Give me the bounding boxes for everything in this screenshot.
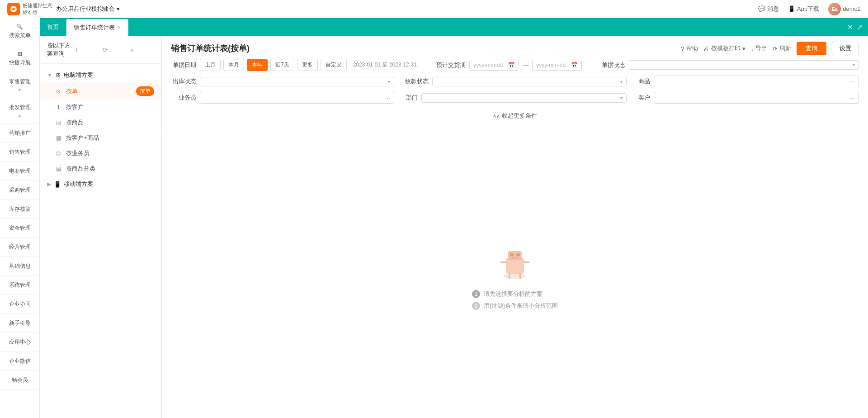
sidebar-item-system-mgmt[interactable]: 系统管理 xyxy=(0,276,39,295)
filter-row-3: 业务员 ··· 部门 ▾ xyxy=(171,92,859,104)
tab-sales-order-stats[interactable]: 销售订单统计表 × xyxy=(66,19,128,36)
scheme-group-mobile-header[interactable]: ▶ 📱 移动端方案 xyxy=(40,176,161,192)
chevron-down-icon: ▾ xyxy=(620,79,623,84)
tab-home[interactable]: 首页 xyxy=(40,18,66,36)
sidebar-item-ecom-mgmt[interactable]: 电商管理 xyxy=(0,162,39,181)
refresh-btn[interactable]: ⟳ 刷新 xyxy=(773,44,791,52)
svg-point-4 xyxy=(510,253,514,256)
sidebar-item-label: 系统管理 xyxy=(9,281,31,289)
left-panel-title: 按以下方案查询 xyxy=(47,42,71,58)
desktop-icon: 🖥 xyxy=(55,72,61,79)
tab-bar-controls: ✕ ⤢ xyxy=(847,23,868,32)
payment-status-select[interactable]: ▾ xyxy=(432,77,627,86)
chevron-right-icon: ▶ xyxy=(47,181,51,187)
template-print-btn[interactable]: 🖨 按模板打印 ▾ xyxy=(703,44,745,52)
svg-point-5 xyxy=(516,253,520,256)
sidebar-item-member[interactable]: 畅会员 xyxy=(0,371,39,390)
empty-text-1: 请先选择要分析的方案 xyxy=(484,290,542,298)
sidebar-item-search-menu[interactable]: 🔍 搜索菜单 xyxy=(0,18,39,45)
tab-close-all-btn[interactable]: ✕ xyxy=(847,23,853,32)
sidebar-item-label: 快捷导航 xyxy=(9,59,31,66)
chevron-down-icon: ▾ xyxy=(853,62,855,67)
scheme-group-pc: ▼ 🖥 电脑端方案 ⊙ 按单 按单 ℹ 按客户 xyxy=(40,67,161,176)
sidebar-item-label: 零售管理 xyxy=(9,78,31,86)
logo-svg xyxy=(9,5,18,13)
sidebar-item-retail-mgmt[interactable]: 零售管理 ▼ xyxy=(0,72,39,98)
user-area[interactable]: Ea demo2 xyxy=(828,3,861,15)
query-btn[interactable]: 查询 xyxy=(797,42,826,55)
sidebar-item-purchase-mgmt[interactable]: 采购管理 xyxy=(0,181,39,200)
app-download-btn[interactable]: 📱 App下载 xyxy=(788,5,819,13)
scheme-item-by-customer[interactable]: ℹ 按客户 xyxy=(40,100,161,115)
empty-text: 1 请先选择要分析的方案 2 用[过滤]条件来缩小分析范围 xyxy=(472,290,557,310)
settings-btn[interactable]: 设置 xyxy=(832,42,859,55)
department-label: 部门 xyxy=(403,94,418,102)
date-btn-more[interactable]: 更多 xyxy=(297,59,318,71)
sidebar-item-marketing[interactable]: 营销推广 xyxy=(0,124,39,143)
scheme-item-by-category[interactable]: ▤ 按商品分类 xyxy=(40,161,161,176)
customer-input[interactable]: ··· xyxy=(654,92,859,104)
sidebar-item-enterprise-wechat[interactable]: 企业微信 xyxy=(0,352,39,371)
expected-delivery-start[interactable]: yyyy-mm-dd 📅 xyxy=(469,60,519,71)
sidebar-item-quick-nav[interactable]: ⊞ 快捷导航 xyxy=(0,45,39,72)
account-selector[interactable]: 办公用品行业模拟账套 ▾ xyxy=(56,5,120,13)
expected-delivery-end[interactable]: yyyy-mm-dd 📅 xyxy=(532,60,582,71)
chevron-down-icon: ▾ xyxy=(620,95,623,100)
messages-btn[interactable]: 💬 消息 xyxy=(758,5,779,13)
sidebar-item-enterprise-collab[interactable]: 企业协同 xyxy=(0,295,39,314)
avatar: Ea xyxy=(828,3,841,15)
export-btn[interactable]: ↓ 导出 xyxy=(751,44,768,52)
date-start-placeholder: yyyy-mm-dd xyxy=(473,62,503,68)
sidebar-item-basic-info[interactable]: 基础信息 xyxy=(0,257,39,276)
order-status-select[interactable]: ▾ xyxy=(629,60,859,70)
sidebar-item-finance-mgmt[interactable]: 资金管理 xyxy=(0,219,39,238)
chart-icon: ㊄ xyxy=(54,149,62,157)
scheme-item-by-customer-product[interactable]: ▤ 按客户+商品 xyxy=(40,130,161,146)
svg-rect-6 xyxy=(512,257,518,258)
sidebar-item-new-guide[interactable]: 新手引导 xyxy=(0,314,39,333)
page-header: 销售订单统计表(按单) ? 帮助 🖨 按模板打印 ▾ ↓ xyxy=(162,36,868,59)
date-range-display: 2023-01-01 至 2023-12-31 xyxy=(353,61,417,69)
date-btn-this-year[interactable]: 本年 xyxy=(247,59,268,71)
collapse-panel-btn[interactable]: « xyxy=(130,46,154,53)
delivery-status-select[interactable]: ▾ xyxy=(200,77,394,86)
scheme-item-by-salesperson[interactable]: ㊄ 按业务员 xyxy=(40,146,161,161)
sidebar-item-operations-mgmt[interactable]: 经营管理 xyxy=(0,238,39,257)
download-icon: 📱 xyxy=(788,5,795,12)
scheme-item-by-order[interactable]: ⊙ 按单 按单 xyxy=(40,83,161,100)
scheme-item-label: 按单 xyxy=(66,87,132,95)
date-btn-custom[interactable]: 自定义 xyxy=(321,59,347,71)
date-btn-this-month[interactable]: 本月 xyxy=(223,59,244,71)
salesperson-group: 业务员 ··· xyxy=(171,92,394,104)
collapse-filters-btn[interactable]: ∧∧ 收起更多条件 xyxy=(489,108,541,124)
goods-input[interactable]: ··· xyxy=(654,76,859,87)
goods-more-btn[interactable]: ··· xyxy=(849,78,855,85)
refresh-scheme-btn[interactable]: ⟳ xyxy=(103,46,127,53)
export-icon: ↓ xyxy=(751,45,754,52)
scheme-item-by-product[interactable]: ▤ 按商品 xyxy=(40,115,161,130)
content-wrapper: 首页 销售订单统计表 × ✕ ⤢ 按以下方案查询 + ⟳ « xyxy=(40,18,868,418)
goods-label: 商品 xyxy=(636,77,650,86)
sidebar-item-wholesale-mgmt[interactable]: 批发管理 ▲ xyxy=(0,98,39,124)
add-scheme-btn[interactable]: + xyxy=(75,46,99,53)
salesperson-input[interactable]: ··· xyxy=(200,92,394,104)
expected-delivery-group: 预计交货期 yyyy-mm-dd 📅 — yyyy-mm-dd 📅 xyxy=(435,60,582,71)
customer-more-btn[interactable]: ··· xyxy=(849,94,855,101)
tab-maximize-btn[interactable]: ⤢ xyxy=(857,23,863,32)
date-btn-last-month[interactable]: 上月 xyxy=(200,59,221,71)
sidebar-item-sales-mgmt[interactable]: 销售管理 xyxy=(0,143,39,162)
sidebar-item-inventory[interactable]: 库存核算 xyxy=(0,200,39,219)
tab-close-btn[interactable]: × xyxy=(118,24,121,31)
scheme-group-pc-header[interactable]: ▼ 🖥 电脑端方案 xyxy=(40,67,161,83)
empty-svg xyxy=(492,238,538,283)
sidebar: 🔍 搜索菜单 ⊞ 快捷导航 零售管理 ▼ 批发管理 ▲ 营销推广 销售管理 电商… xyxy=(0,18,40,418)
sidebar-item-app-center[interactable]: 应用中心 xyxy=(0,333,39,352)
help-btn[interactable]: ? 帮助 xyxy=(681,44,698,52)
filter-area: 单据日期 上月 本月 本年 近7天 更多 自定义 2023-01-01 至 20… xyxy=(162,59,868,129)
scheme-group-label: 电脑端方案 xyxy=(64,71,93,79)
department-select[interactable]: ▾ xyxy=(421,93,627,103)
order-status-label: 单据状态 xyxy=(600,61,625,69)
app-download-label: App下载 xyxy=(797,5,819,13)
salesperson-more-btn[interactable]: ··· xyxy=(385,94,390,101)
date-btn-last-7-days[interactable]: 近7天 xyxy=(270,59,294,71)
